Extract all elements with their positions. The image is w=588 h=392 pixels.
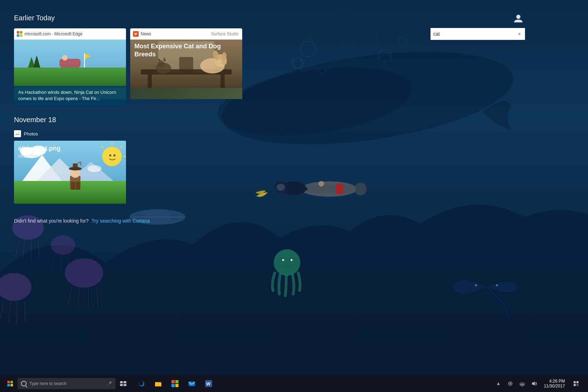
svg-point-36 — [281, 258, 285, 262]
svg-point-72 — [158, 61, 164, 68]
svg-rect-64 — [134, 35, 136, 35]
system-tray: 4:26 PM 11/30/2017 — [493, 375, 585, 392]
alpine-location: Pictures — [18, 154, 33, 159]
card2-title: Most Expensive Cat and Dog Breeds — [134, 42, 238, 59]
svg-point-42 — [475, 284, 477, 286]
bg-circle-3 — [332, 18, 360, 46]
svg-point-125 — [522, 386, 523, 387]
svg-rect-118 — [175, 384, 178, 387]
systray-expand-button[interactable] — [493, 375, 503, 392]
search-box[interactable]: × — [430, 28, 525, 40]
svg-rect-53 — [20, 34, 22, 37]
start-button[interactable] — [3, 375, 18, 392]
svg-rect-63 — [134, 34, 137, 35]
svg-rect-114 — [155, 383, 161, 386]
svg-rect-110 — [124, 381, 126, 383]
news-icon — [133, 31, 139, 37]
svg-rect-50 — [17, 31, 19, 34]
user-icon-area[interactable] — [513, 13, 523, 24]
svg-point-44 — [292, 58, 303, 68]
svg-point-35 — [274, 249, 300, 276]
svg-rect-128 — [576, 381, 579, 383]
svg-line-15 — [24, 301, 25, 321]
taskbar-search-icon — [21, 381, 27, 386]
store-taskbar-icon — [172, 380, 178, 387]
svg-rect-58 — [59, 59, 80, 68]
action-center-button[interactable] — [570, 375, 582, 392]
taskbar-apps: W — [134, 375, 216, 392]
edge-icon — [17, 31, 22, 37]
svg-rect-98 — [73, 163, 78, 169]
svg-line-40 — [486, 287, 504, 304]
cortana-link[interactable]: Try searching with Cortana — [92, 218, 150, 224]
svg-line-20 — [96, 287, 98, 306]
taskbar-clock[interactable]: 4:26 PM 11/30/2017 — [541, 378, 568, 389]
svg-rect-129 — [574, 384, 576, 386]
svg-text:W: W — [206, 381, 211, 386]
svg-rect-119 — [189, 382, 195, 386]
svg-rect-28 — [336, 184, 343, 194]
card-news-catdog[interactable]: News Surface Studio — [130, 28, 242, 105]
network-icon[interactable] — [517, 375, 527, 392]
edge-taskbar-icon — [138, 380, 145, 387]
card1-title: As Hackathon winds down, Ninja Cat on Un… — [14, 86, 126, 105]
windows-logo — [7, 381, 13, 386]
search-box-container: × — [430, 28, 525, 40]
card2-surface-label: Surface Studio — [211, 31, 239, 36]
svg-point-124 — [510, 383, 511, 384]
photos-app-bar: Photos — [14, 130, 238, 137]
svg-rect-55 — [14, 68, 126, 88]
svg-rect-100 — [76, 182, 80, 190]
taskbar-word-button[interactable]: W — [201, 375, 216, 392]
svg-point-43 — [496, 284, 498, 286]
svg-rect-130 — [576, 384, 579, 386]
svg-rect-107 — [7, 384, 10, 386]
timeline-panel: Earlier Today microsoft.com - Microsoft … — [0, 0, 252, 280]
svg-point-59 — [62, 55, 68, 61]
svg-marker-126 — [532, 382, 535, 386]
svg-rect-52 — [17, 34, 19, 37]
svg-rect-70 — [179, 57, 193, 73]
connect-icon[interactable] — [505, 375, 515, 392]
svg-rect-106 — [10, 381, 13, 383]
connect-svg-icon — [507, 381, 513, 386]
word-taskbar-icon: W — [205, 380, 212, 387]
svg-point-29 — [354, 183, 367, 195]
svg-point-26 — [301, 181, 357, 197]
svg-rect-68 — [148, 75, 152, 88]
svg-rect-108 — [10, 384, 13, 386]
search-clear-button[interactable]: × — [517, 30, 522, 37]
not-found-section: Didn't find what you're looking for? Try… — [14, 218, 238, 224]
taskbar-mail-button[interactable] — [184, 375, 200, 392]
svg-line-12 — [1, 301, 4, 318]
svg-point-31 — [274, 181, 287, 194]
not-found-text: Didn't find what you're looking for? — [14, 218, 89, 224]
svg-point-48 — [398, 38, 407, 46]
svg-point-32 — [276, 184, 285, 191]
taskbar-edge-button[interactable] — [134, 375, 149, 392]
volume-svg-icon — [531, 381, 537, 386]
taskbar-search-bar[interactable]: Type here to search 🎤 — [18, 378, 115, 389]
search-input[interactable] — [433, 31, 517, 37]
card2-app-label: News — [141, 31, 151, 36]
taskbar-explorer-button[interactable] — [150, 375, 166, 392]
explorer-taskbar-icon — [155, 380, 162, 387]
expand-chevron-icon — [497, 382, 500, 385]
svg-point-49 — [516, 15, 520, 19]
svg-rect-99 — [71, 182, 75, 190]
svg-rect-117 — [172, 384, 175, 387]
card-edge-hackathon[interactable]: microsoft.com - Microsoft Edge — [14, 28, 126, 105]
svg-rect-60 — [84, 54, 85, 68]
alpine-cat-card[interactable]: alpine cat.png Pictures — [14, 141, 126, 204]
svg-point-89 — [109, 154, 111, 156]
volume-icon[interactable] — [529, 375, 539, 392]
svg-point-77 — [221, 61, 227, 65]
svg-point-82 — [18, 132, 20, 133]
svg-line-17 — [68, 288, 72, 304]
microphone-icon[interactable]: 🎤 — [106, 381, 112, 386]
taskbar-store-button[interactable] — [167, 375, 183, 392]
svg-point-90 — [113, 154, 115, 156]
task-view-button[interactable] — [115, 375, 131, 392]
svg-point-38 — [282, 259, 284, 261]
svg-rect-105 — [7, 381, 10, 383]
